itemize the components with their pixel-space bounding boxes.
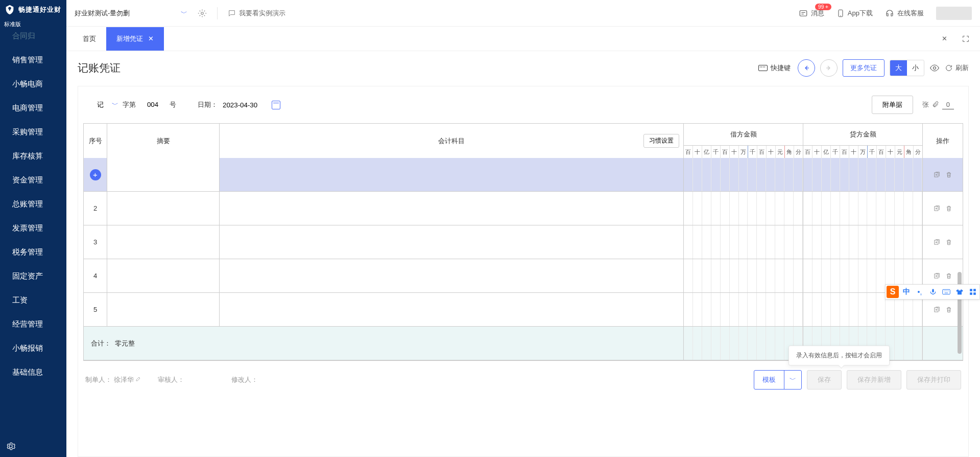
table-row[interactable]: 3 [84, 225, 963, 259]
user-avatar[interactable] [936, 7, 972, 20]
support-button[interactable]: 在线客服 [885, 9, 924, 18]
size-small-button[interactable]: 小 [907, 60, 924, 76]
calendar-icon[interactable] [272, 101, 280, 109]
ime-keyboard-icon[interactable] [940, 285, 953, 299]
sidebar-item-ledger[interactable]: 总账管理 [0, 192, 66, 216]
voucher-header: ﹀ 字第 号 日期： 附单据 张 [78, 86, 968, 123]
ime-toolbox-icon[interactable] [966, 285, 979, 299]
size-large-button[interactable]: 大 [890, 60, 907, 76]
voucher-type-input[interactable] [92, 100, 108, 110]
summary-cell[interactable] [107, 259, 220, 292]
digit-header: 千 [831, 146, 840, 158]
sidebar-item-inventory[interactable]: 库存核算 [0, 144, 66, 168]
copy-row-icon[interactable] [933, 272, 940, 280]
messages-button[interactable]: 消息 99 + [799, 9, 824, 18]
credit-cell[interactable] [803, 192, 923, 225]
svg-rect-14 [973, 292, 976, 295]
copy-row-icon[interactable] [933, 171, 940, 178]
credit-cell[interactable] [803, 225, 923, 259]
close-icon[interactable]: ✕ [148, 35, 154, 42]
delete-row-icon[interactable] [945, 171, 952, 178]
summary-cell[interactable] [107, 158, 220, 191]
table-row[interactable]: 5 [84, 293, 963, 327]
account-cell[interactable] [220, 259, 684, 292]
account-cell[interactable] [220, 192, 684, 225]
delete-row-icon[interactable] [945, 205, 952, 212]
page-title: 记账凭证 [78, 61, 121, 75]
sidebar-item-salary[interactable]: 工资 [0, 288, 66, 312]
add-row-button[interactable]: + [90, 169, 101, 180]
tab-close-button[interactable]: ✕ [936, 31, 952, 47]
debit-cell[interactable] [684, 158, 803, 191]
template-button[interactable]: 模板 ﹀ [754, 370, 802, 390]
settings-icon[interactable] [198, 9, 207, 18]
sidebar-item-ecom[interactable]: 电商管理 [0, 96, 66, 120]
sidebar-item-basic[interactable]: 基础信息 [0, 360, 66, 384]
tab-new-voucher[interactable]: 新增凭证 ✕ [106, 27, 164, 51]
credit-label: 贷方金额 [803, 124, 922, 146]
sidebar-item-invoice[interactable]: 发票管理 [0, 216, 66, 240]
digit-header: 十 [849, 146, 858, 158]
summary-cell[interactable] [107, 192, 220, 225]
app-download-button[interactable]: App下载 [836, 9, 873, 18]
debit-cell[interactable] [684, 192, 803, 225]
ime-punct-icon[interactable]: •, [913, 285, 926, 299]
sidebar-item-purchase[interactable]: 采购管理 [0, 120, 66, 144]
debit-cell[interactable] [684, 259, 803, 292]
table-row[interactable]: 2 [84, 192, 963, 225]
content: 记账凭证 快捷键 更多凭证 大 小 [66, 51, 980, 457]
credit-cell[interactable] [803, 158, 923, 191]
copy-row-icon[interactable] [933, 205, 940, 212]
delete-row-icon[interactable] [945, 239, 952, 246]
debit-cell[interactable] [684, 225, 803, 259]
edit-icon[interactable] [135, 376, 141, 382]
sidebar-item-tax[interactable]: 税务管理 [0, 240, 66, 264]
sidebar-item-business[interactable]: 经营管理 [0, 312, 66, 336]
shortcut-button[interactable]: 快捷键 [756, 63, 793, 73]
ime-skin-icon[interactable] [953, 285, 966, 299]
digit-header: 万 [858, 146, 868, 158]
preview-button[interactable] [929, 63, 940, 73]
sidebar-item-sales[interactable]: 销售管理 [0, 48, 66, 72]
account-cell[interactable] [220, 225, 684, 259]
prev-button[interactable] [798, 59, 815, 77]
chevron-down-icon[interactable]: ﹀ [112, 100, 118, 109]
summary-cell[interactable] [107, 225, 220, 259]
debit-cell[interactable] [684, 293, 803, 326]
next-button[interactable] [820, 59, 838, 77]
sidebar-item-truncated[interactable]: 合同归 [0, 31, 66, 48]
delete-row-icon[interactable] [945, 272, 952, 280]
summary-input[interactable] [109, 159, 218, 190]
table-row[interactable]: + [84, 158, 963, 192]
account-cell[interactable] [220, 293, 684, 326]
digit-header: 亿 [702, 146, 711, 158]
fullscreen-button[interactable] [958, 31, 974, 47]
table-header: 序号 摘要 会计科目 习惯设置 借方金额 百十亿千百十万千百十元角分 贷方金额 [84, 124, 963, 158]
voucher-number-input[interactable] [140, 100, 165, 110]
sidebar-item-expense[interactable]: 小畅报销 [0, 336, 66, 360]
col-summary-header: 摘要 [107, 124, 220, 158]
ime-lang[interactable]: 中 [900, 285, 913, 299]
sidebar-item-funds[interactable]: 资金管理 [0, 168, 66, 192]
delete-row-icon[interactable] [945, 306, 952, 313]
sidebar-item-ecom-xc[interactable]: 小畅电商 [0, 72, 66, 96]
more-vouchers-button[interactable]: 更多凭证 [843, 59, 885, 77]
account-cell[interactable] [220, 158, 684, 191]
summary-cell[interactable] [107, 293, 220, 326]
table-row[interactable]: 4 [84, 259, 963, 293]
sidebar-settings[interactable] [0, 436, 66, 457]
habit-settings-button[interactable]: 习惯设置 [643, 134, 679, 148]
copy-row-icon[interactable] [933, 306, 940, 313]
tab-home[interactable]: 首页 [73, 27, 106, 51]
ime-voice-icon[interactable] [926, 285, 940, 299]
save-new-button: 保存并新增 [847, 370, 901, 390]
sidebar-item-fixed-asset[interactable]: 固定资产 [0, 264, 66, 288]
copy-row-icon[interactable] [933, 239, 940, 246]
refresh-button[interactable]: 刷新 [945, 63, 969, 73]
date-input[interactable] [222, 100, 268, 110]
sheet-count[interactable]: 0 [942, 101, 954, 109]
demo-link[interactable]: 我要看实例演示 [228, 9, 285, 18]
org-selector[interactable]: 好业财测试-量勿删 ﹀ [75, 9, 187, 18]
attach-button[interactable]: 附单据 [872, 96, 913, 114]
ime-toolbar[interactable]: S 中 •, [885, 284, 980, 300]
